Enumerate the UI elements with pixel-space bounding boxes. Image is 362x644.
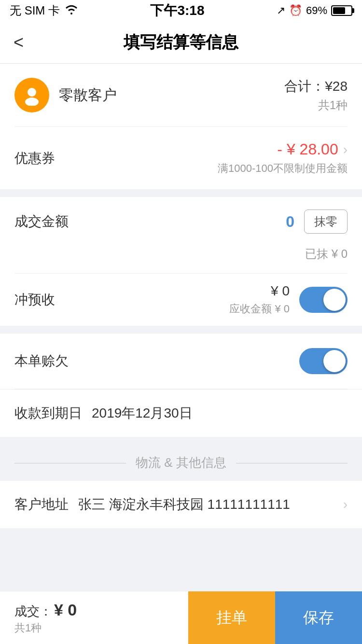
rounded-sub: 已抹 ¥ 0 — [0, 246, 362, 273]
no-sim-text: 无 SIM 卡 — [10, 3, 60, 18]
advance-toggle[interactable] — [299, 287, 348, 313]
customer-row: 零散客户 合计：¥28 共1种 — [0, 64, 362, 126]
advance-sub: 应收金额 ¥ 0 — [229, 302, 290, 316]
due-date-value: 2019年12月30日 — [92, 404, 193, 422]
svg-point-1 — [25, 98, 39, 106]
customer-count: 共1种 — [284, 98, 348, 113]
hang-order-button[interactable]: 挂单 — [188, 591, 275, 644]
advance-right: ¥ 0 应收金额 ¥ 0 — [229, 283, 290, 316]
page-title: 填写结算等信息 — [124, 31, 238, 54]
address-row[interactable]: 客户地址 张三 海淀永丰科技园 11111111111 › — [0, 481, 362, 528]
due-date-label: 收款到期日 — [14, 404, 82, 422]
address-value: 张三 海淀永丰科技园 11111111111 — [78, 495, 343, 514]
back-button[interactable]: < — [14, 32, 24, 53]
due-date-row: 收款到期日 2019年12月30日 — [0, 389, 362, 437]
coupon-label: 优惠券 — [14, 149, 55, 168]
debt-toggle[interactable] — [299, 348, 348, 374]
transaction-label: 成交金额 — [14, 212, 69, 231]
customer-right: 合计：¥28 共1种 — [284, 77, 348, 113]
status-bar: 无 SIM 卡 下午3:18 ↗ ⏰ 69% — [0, 0, 362, 21]
customer-section: 零散客户 合计：¥28 共1种 优惠券 - ¥ 28.00 › 满1000-10… — [0, 64, 362, 189]
round-zero-button[interactable]: 抹零 — [304, 210, 348, 234]
wifi-icon — [65, 4, 78, 17]
debt-label: 本单赊欠 — [14, 352, 69, 370]
chevron-right-icon: › — [343, 142, 348, 157]
alarm-icon: ⏰ — [289, 4, 302, 17]
customer-left: 零散客户 — [14, 78, 117, 112]
bottom-summary: 成交： ¥ 0 共1种 — [0, 601, 188, 635]
customer-total: 合计：¥28 — [284, 77, 348, 96]
advance-amount: ¥ 0 — [271, 283, 290, 299]
debt-section: 本单赊欠 收款到期日 2019年12月30日 — [0, 334, 362, 437]
status-time: 下午3:18 — [150, 1, 204, 20]
nav-bar: < 填写结算等信息 — [0, 21, 362, 64]
customer-name: 零散客户 — [59, 85, 117, 105]
coupon-desc: 满1000-100不限制使用金额 — [218, 161, 348, 176]
save-button[interactable]: 保存 — [275, 591, 362, 644]
coupon-row[interactable]: 优惠券 - ¥ 28.00 › 满1000-100不限制使用金额 — [0, 127, 362, 189]
logistics-text: 物流 & 其他信息 — [126, 454, 236, 471]
customer-avatar — [14, 78, 49, 112]
battery-percent: 69% — [306, 4, 327, 17]
battery-icon — [331, 5, 352, 16]
advance-label: 冲预收 — [14, 291, 55, 309]
advance-row: 冲预收 ¥ 0 应收金额 ¥ 0 — [0, 274, 362, 326]
address-chevron-icon: › — [343, 497, 348, 512]
debt-row: 本单赊欠 — [0, 334, 362, 389]
bottom-bar: 成交： ¥ 0 共1种 挂单 保存 — [0, 591, 362, 644]
address-section: 客户地址 张三 海淀永丰科技园 11111111111 › — [0, 481, 362, 528]
location-icon: ↗ — [277, 4, 285, 17]
status-right: ↗ ⏰ 69% — [277, 4, 352, 17]
bottom-summary-amount: ¥ 0 — [54, 601, 77, 619]
transaction-section: 成交金额 0 抹零 已抹 ¥ 0 冲预收 ¥ 0 应收金额 ¥ 0 — [0, 197, 362, 326]
toggle-thumb — [323, 289, 346, 311]
svg-point-0 — [28, 88, 36, 97]
transaction-value-area: 0 抹零 — [275, 210, 348, 234]
debt-toggle-thumb — [323, 350, 346, 372]
address-label: 客户地址 — [14, 495, 69, 514]
transaction-value[interactable]: 0 — [275, 213, 294, 231]
content-area: 零散客户 合计：¥28 共1种 优惠券 - ¥ 28.00 › 满1000-10… — [0, 64, 362, 594]
bottom-summary-label: 成交： — [14, 603, 52, 620]
coupon-discount: - ¥ 28.00 — [277, 140, 338, 158]
bottom-summary-count: 共1种 — [14, 621, 174, 635]
transaction-amount-row: 成交金额 0 抹零 — [0, 197, 362, 246]
status-left: 无 SIM 卡 — [10, 3, 78, 18]
logistics-header: 物流 & 其他信息 — [0, 445, 362, 481]
